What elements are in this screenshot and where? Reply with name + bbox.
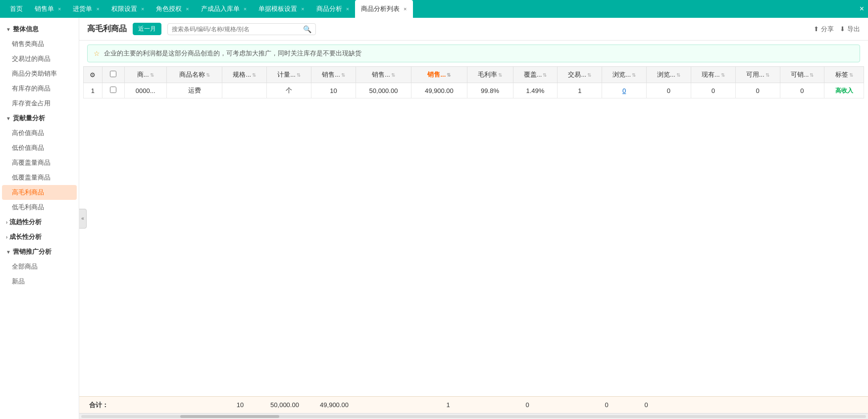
sidebar-group-growth[interactable]: › 成长性分析 <box>0 230 79 244</box>
col-unit[interactable]: 计量...⇅ <box>267 67 311 83</box>
col-sales1[interactable]: 销售...⇅ <box>311 67 356 83</box>
sidebar-item-low-value[interactable]: 低价值商品 <box>0 140 79 155</box>
scrollbar-thumb[interactable] <box>180 415 279 418</box>
sidebar-item-low-margin[interactable]: 低毛利商品 <box>0 200 79 215</box>
arrow-overall: ▼ <box>6 27 11 32</box>
sidebar-item-low-coverage[interactable]: 低覆盖量商品 <box>0 170 79 185</box>
nav-home[interactable]: 首页 <box>4 0 29 18</box>
cell-browse2: 0 <box>647 83 691 98</box>
sidebar-group-overall[interactable]: ▼ 整体信息 <box>0 22 79 37</box>
col-checkbox[interactable] <box>102 67 124 83</box>
close-sales-tab[interactable]: × <box>58 6 61 12</box>
cell-sales3: 49,900.00 <box>411 83 467 98</box>
cell-index: 1 <box>84 83 102 98</box>
sidebar-item-all-goods[interactable]: 全部商品 <box>0 259 79 274</box>
col-gross-rate[interactable]: 毛利率⇅ <box>467 67 513 83</box>
close-goods-analysis-list-tab[interactable]: × <box>404 6 407 12</box>
col-salable[interactable]: 可销...⇅ <box>780 67 824 83</box>
sidebar-item-stocked-goods[interactable]: 有库存的商品 <box>0 81 79 96</box>
arrow-contribution: ▼ <box>6 116 11 121</box>
nav-goods-analysis-list[interactable]: 商品分析列表 × <box>355 0 412 18</box>
sidebar-item-stock-capital[interactable]: 库存资金占用 <box>0 96 79 111</box>
col-coverage[interactable]: 覆盖...⇅ <box>513 67 558 83</box>
arrow-marketing: ▼ <box>6 249 11 255</box>
scrollbar-track <box>81 415 866 418</box>
sidebar-item-new-goods[interactable]: 新品 <box>0 274 79 289</box>
total-label: 合计： <box>79 401 220 410</box>
nav-template[interactable]: 单据模板设置 × <box>253 0 310 18</box>
col-transactions[interactable]: 交易...⇅ <box>558 67 602 83</box>
cell-coverage: 1.49% <box>513 83 558 98</box>
nav-sales[interactable]: 销售单 × <box>29 0 67 18</box>
main-layout: ▼ 整体信息 销售类商品 交易过的商品 商品分类助销率 有库存的商品 库存资金占… <box>0 18 868 419</box>
col-settings[interactable]: ⚙ <box>84 67 102 83</box>
total-available: 0 <box>587 401 626 409</box>
cell-checkbox[interactable] <box>102 83 124 98</box>
bottom-scrollbar[interactable] <box>79 413 868 419</box>
info-icon: ☆ <box>94 49 100 57</box>
close-role-tab[interactable]: × <box>186 6 189 12</box>
row-checkbox[interactable] <box>110 87 116 93</box>
cell-salable: 0 <box>780 83 824 98</box>
total-gross-rate <box>359 401 394 409</box>
col-sales2[interactable]: 销售...⇅ <box>356 67 411 83</box>
share-button[interactable]: ⬆ 分享 <box>814 25 834 34</box>
col-code[interactable]: 商...⇅ <box>124 67 166 83</box>
sidebar-group-marketing[interactable]: ▼ 营销推广分析 <box>0 244 79 259</box>
cell-sales1: 10 <box>311 83 356 98</box>
sidebar-collapse-btn[interactable]: « <box>79 209 87 229</box>
total-salable: 0 <box>626 401 666 409</box>
col-browse2[interactable]: 浏览...⇅ <box>647 67 691 83</box>
nav-purchase[interactable]: 进货单 × <box>67 0 105 18</box>
col-spec[interactable]: 规格...⇅ <box>222 67 267 83</box>
col-sales3[interactable]: 销售...⇅ <box>411 67 467 83</box>
col-tag[interactable]: 标签⇅ <box>824 67 864 83</box>
total-current <box>547 401 587 409</box>
cell-current: 0 <box>691 83 735 98</box>
nav-role-auth[interactable]: 角色授权 × <box>150 0 195 18</box>
sidebar-item-category-rate[interactable]: 商品分类助销率 <box>0 66 79 81</box>
total-transactions: 1 <box>428 401 468 409</box>
data-table: ⚙ 商...⇅ 商品名称⇅ 规格...⇅ 计量...⇅ 销售...⇅ 销售...… <box>83 66 864 98</box>
nav-auth-settings[interactable]: 权限设置 × <box>105 0 150 18</box>
select-all-checkbox[interactable] <box>110 71 116 77</box>
sidebar-item-high-value[interactable]: 高价值商品 <box>0 126 79 140</box>
share-icon: ⬆ <box>814 25 819 33</box>
cell-spec <box>222 83 267 98</box>
arrow-trend: › <box>6 220 7 225</box>
total-bar: 合计： 10 50,000.00 49,900.00 1 0 0 0 <box>79 396 868 413</box>
col-name[interactable]: 商品名称⇅ <box>166 67 222 83</box>
cell-transactions: 1 <box>558 83 602 98</box>
sidebar-group-trend[interactable]: › 流趋性分析 <box>0 215 79 230</box>
close-purchase-tab[interactable]: × <box>96 6 99 12</box>
sidebar: ▼ 整体信息 销售类商品 交易过的商品 商品分类助销率 有库存的商品 库存资金占… <box>0 18 79 419</box>
sidebar-item-traded-goods[interactable]: 交易过的商品 <box>0 51 79 66</box>
nav-product-stock[interactable]: 产成品入库单 × <box>195 0 253 18</box>
header-actions: ⬆ 分享 ⬇ 导出 <box>814 25 860 34</box>
close-all-button[interactable]: × <box>860 4 864 13</box>
cell-gross-rate: 99.8% <box>467 83 513 98</box>
search-input[interactable] <box>172 26 300 33</box>
col-browse1[interactable]: 浏览...⇅ <box>602 67 647 83</box>
sidebar-item-sales-goods[interactable]: 销售类商品 <box>0 37 79 51</box>
close-product-stock-tab[interactable]: × <box>244 6 247 12</box>
filter-recent-month[interactable]: 近一月 <box>133 23 161 35</box>
table-row: 1 0000... 运费 个 10 50,000.00 49,900.00 99… <box>84 83 864 98</box>
top-nav: 首页 销售单 × 进货单 × 权限设置 × 角色授权 × 产成品入库单 × 单据… <box>0 0 868 18</box>
col-available[interactable]: 可用...⇅ <box>735 67 780 83</box>
total-sales3: 49,900.00 <box>309 401 359 409</box>
cell-name: 运费 <box>166 83 222 98</box>
sidebar-item-high-margin[interactable]: 高毛利商品 <box>2 185 77 200</box>
close-auth-tab[interactable]: × <box>141 6 144 12</box>
close-goods-analysis-tab[interactable]: × <box>346 6 349 12</box>
cell-browse1[interactable]: 0 <box>602 83 647 98</box>
close-template-tab[interactable]: × <box>301 6 304 12</box>
sidebar-group-contribution[interactable]: ▼ 贡献量分析 <box>0 111 79 126</box>
cell-tag: 高收入 <box>824 83 864 98</box>
col-current[interactable]: 现有...⇅ <box>691 67 735 83</box>
sidebar-item-high-coverage[interactable]: 高覆盖量商品 <box>0 155 79 170</box>
table-container: ⚙ 商...⇅ 商品名称⇅ 规格...⇅ 计量...⇅ 销售...⇅ 销售...… <box>83 66 864 396</box>
nav-goods-analysis[interactable]: 商品分析 × <box>310 0 355 18</box>
export-button[interactable]: ⬇ 导出 <box>840 25 860 34</box>
search-icon[interactable]: 🔍 <box>303 25 311 33</box>
